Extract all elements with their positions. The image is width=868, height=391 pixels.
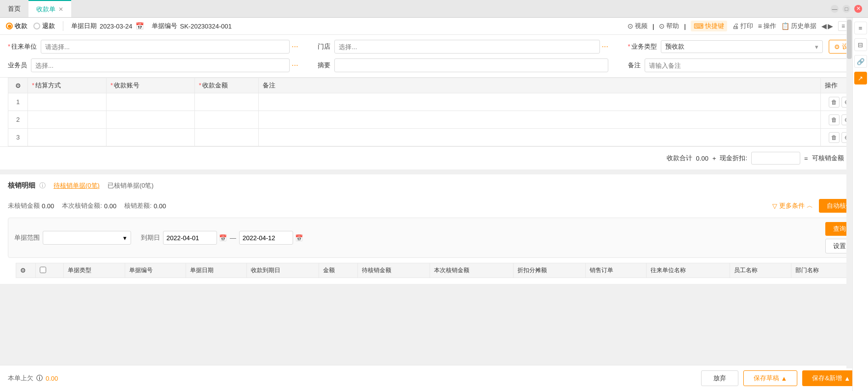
history-icon: 📋 — [781, 22, 789, 30]
row-2-settlement[interactable] — [28, 111, 107, 129]
partner-input[interactable] — [41, 40, 290, 54]
close-button[interactable]: ✕ — [854, 5, 862, 13]
bottom-data-table: ⚙ 单据类型 单据编号 单据日期 收款到期日 金额 待核销金额 本次核销金额 折… — [16, 263, 852, 278]
range-dropdown-icon: ▾ — [123, 234, 127, 242]
row-1-amount[interactable] — [195, 93, 259, 111]
row-3-delete-btn[interactable]: 🗑 — [829, 132, 840, 143]
discount-input[interactable] — [751, 152, 800, 165]
remark-label: 备注 — [628, 61, 641, 70]
row-1-remark[interactable] — [259, 93, 821, 111]
recon-title-text: 核销明细 — [8, 181, 35, 190]
bottom-table-area: ⚙ 单据类型 单据编号 单据日期 收款到期日 金额 待核销金额 本次核销金额 折… — [8, 263, 860, 278]
footer: 本单上欠 ⓘ 0.00 放弃 保存草稿 ▲ 保存&新增 ▲ — [0, 365, 868, 391]
biz-type-select[interactable]: 预收款 ▾ — [661, 40, 823, 53]
scrollbar-track — [846, 18, 852, 368]
table-gear-icon-2[interactable]: ⚙ — [20, 267, 26, 274]
store-field: 门店 ··· — [318, 40, 608, 54]
row-2-remark[interactable] — [259, 111, 821, 129]
print-btn[interactable]: 🖨 打印 — [732, 22, 753, 30]
history-btn[interactable]: 📋 历史单据 — [781, 22, 816, 30]
tab-home[interactable]: 首页 — [0, 0, 28, 17]
video-icon: ⊙ — [627, 22, 633, 30]
col-header-amount: 收款金额 — [195, 78, 259, 93]
row-2-delete-btn[interactable]: 🗑 — [829, 114, 840, 125]
shortcut-btn[interactable]: ⌨ 快捷键 — [691, 21, 727, 31]
done-tab[interactable]: 已核销单据(0笔) — [104, 180, 158, 191]
form-area: 往来单位 ··· 门店 ··· 业务类型 预收款 ▾ ⚙ 设置 业务员 · — [0, 35, 868, 78]
date-from-input[interactable] — [163, 231, 217, 245]
partner-more-icon[interactable]: ··· — [292, 42, 298, 51]
staff-more-icon[interactable]: ··· — [292, 61, 298, 70]
row-3-settlement[interactable] — [28, 129, 107, 146]
table-row: 2 🗑 ⊕ — [8, 111, 860, 129]
partner-label: 往来单位 — [8, 42, 37, 51]
store-more-icon[interactable]: ··· — [602, 42, 608, 51]
nav-arrows: ◀ ▶ — [821, 22, 833, 30]
row-2-amount[interactable] — [195, 111, 259, 129]
receipt-radio[interactable]: 收款 — [6, 22, 27, 30]
col-header-date: 单据日期 — [186, 263, 246, 278]
date-to-input[interactable] — [239, 231, 293, 245]
row-3-amount[interactable] — [195, 129, 259, 146]
calendar-icon[interactable]: 📅 — [136, 22, 144, 30]
select-all-checkbox[interactable] — [40, 267, 46, 273]
table-gear-icon[interactable]: ⚙ — [15, 82, 21, 89]
scrollbar-thumb[interactable] — [847, 20, 852, 59]
save-draft-chevron-icon: ▲ — [781, 375, 787, 382]
row-1-delete-btn[interactable]: 🗑 — [829, 97, 840, 108]
row-1-num: 1 — [8, 93, 28, 111]
abandon-button[interactable]: 放弃 — [701, 370, 738, 386]
staff-field: 业务员 ··· — [8, 58, 298, 72]
pending-tab[interactable]: 待核销单据(0笔) — [50, 180, 104, 191]
range-select[interactable]: ▾ — [43, 231, 131, 245]
operation-btn[interactable]: ≡ 操作 — [758, 22, 776, 30]
table-row: 1 🗑 ⊕ — [8, 93, 860, 111]
staff-input[interactable] — [31, 58, 290, 72]
row-3-remark[interactable] — [259, 129, 821, 146]
diff-stat: 核销差额: 0.00 — [124, 201, 166, 210]
row-2-account[interactable] — [107, 111, 195, 129]
summary-input[interactable] — [334, 58, 608, 72]
receipt-type-group: 收款 退款 — [6, 22, 55, 30]
help-btn[interactable]: ⊙ 帮助 — [659, 22, 679, 30]
reconciliation-section: 核销明细 ⓘ 待核销单据(0笔) 已核销单据(0笔) 未核销金额 0.00 本次… — [0, 174, 868, 284]
tab-close-receipt[interactable]: ✕ — [58, 6, 63, 13]
recon-title-row: 核销明细 ⓘ 待核销单据(0笔) 已核销单据(0笔) — [8, 180, 860, 191]
right-panel-btn-1[interactable]: ≡ — [854, 22, 867, 34]
table-row: 3 🗑 ⊕ — [8, 129, 860, 146]
right-panel-btn-2[interactable]: ⊟ — [854, 38, 867, 51]
save-new-button[interactable]: 保存&新增 ▲ — [802, 370, 860, 386]
store-input[interactable] — [334, 40, 599, 54]
tab-bar: 首页 收款单 ✕ — □ ✕ — [0, 0, 868, 18]
unchecked-stat: 未核销金额 0.00 — [8, 201, 54, 210]
right-panel-btn-4[interactable]: ↗ — [854, 72, 867, 84]
more-conditions-btn[interactable]: ▽ 更多条件 ︿ — [772, 201, 813, 210]
col-header-dept: 部门名称 — [791, 263, 852, 278]
right-panel-btn-3[interactable]: 🔗 — [854, 55, 867, 68]
next-arrow[interactable]: ▶ — [828, 22, 833, 30]
recon-info-icon[interactable]: ⓘ — [39, 181, 46, 190]
minimize-button[interactable]: — — [831, 5, 839, 13]
prev-arrow[interactable]: ◀ — [821, 22, 827, 30]
calendar-from-icon[interactable]: 📅 — [219, 234, 227, 242]
col-header-staff: 员工名称 — [730, 263, 791, 278]
tab-receipt[interactable]: 收款单 ✕ — [28, 0, 71, 17]
maximize-button[interactable]: □ — [842, 5, 850, 13]
save-draft-button[interactable]: 保存草稿 ▲ — [743, 370, 798, 386]
remark-input[interactable] — [645, 58, 860, 72]
current-stat: 本次核销金额: 0.00 — [62, 201, 116, 210]
col-checkbox: ⚙ — [16, 263, 36, 278]
col-settings: ⚙ — [8, 78, 28, 93]
row-3-account[interactable] — [107, 129, 195, 146]
row-1-account[interactable] — [107, 93, 195, 111]
summary-row: 收款合计 0.00 + 现金折扣: = 可核销金额 0.00 — [0, 146, 868, 169]
row-1-settlement[interactable] — [28, 93, 107, 111]
divider-1 — [63, 21, 63, 31]
main-data-table: ⚙ 结算方式 收款账号 收款金额 备注 操作 1 — [8, 78, 860, 146]
filter-icon: ▽ — [772, 202, 777, 210]
range-field: 单据范围 ▾ — [14, 231, 131, 245]
refund-radio[interactable]: 退款 — [33, 22, 55, 30]
video-btn[interactable]: ⊙ 视频 — [627, 22, 648, 30]
calendar-to-icon[interactable]: 📅 — [295, 234, 303, 242]
footer-info-icon[interactable]: ⓘ — [36, 374, 43, 383]
